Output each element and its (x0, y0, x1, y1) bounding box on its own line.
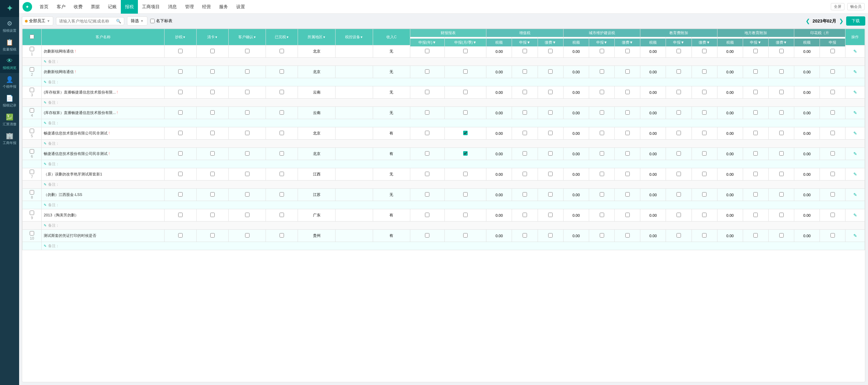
jiaoyu-jiaof-cb-2[interactable] (702, 69, 707, 74)
caiwu-year-cb-8[interactable] (425, 192, 429, 197)
row-checkbox-8[interactable] (30, 190, 34, 195)
zengjia-shenb-cb-9[interactable] (523, 213, 527, 217)
zengjia-jiaof-cell[interactable] (538, 189, 563, 201)
difang-shenb-cb-5[interactable] (753, 131, 758, 135)
caiwu-year-cell[interactable] (410, 189, 445, 201)
difang-jiaof-cell[interactable] (769, 66, 794, 78)
search-input[interactable] (59, 19, 115, 24)
filed-cell[interactable] (266, 189, 298, 201)
chaoshui-cb-8[interactable] (178, 192, 183, 197)
search-box[interactable]: 🔍 (56, 17, 124, 25)
jiaoyu-jiaof-cell[interactable] (692, 168, 717, 181)
yinshua-shenb-cell[interactable] (820, 127, 845, 140)
edit-icon-10[interactable]: ✎ (853, 233, 857, 238)
confirm-cell[interactable] (228, 189, 266, 201)
jiaoyu-shenb-cb-2[interactable] (677, 69, 681, 74)
chaoshui-cell[interactable] (165, 189, 197, 201)
caiwu-month-cb-10[interactable] (463, 233, 468, 238)
zengjia-jiaof-cb-7[interactable] (548, 172, 553, 176)
caiwu-year-cell[interactable] (410, 209, 445, 222)
chaoshui-cell[interactable] (165, 148, 197, 160)
difang-jiaof-cb-2[interactable] (779, 69, 784, 74)
zengjia-jiaof-cell[interactable] (538, 86, 563, 99)
jiaoyu-jiaof-cb-10[interactable] (702, 233, 707, 238)
chengshi-jiaof-cb-7[interactable] (625, 172, 630, 176)
caiwu-month-cell[interactable] (444, 168, 486, 181)
next-month-button[interactable]: ❯ (839, 18, 843, 24)
confirm-cb-10[interactable] (245, 233, 250, 238)
jiaoyu-shenb-cb-5[interactable] (677, 131, 681, 135)
confirm-cb-7[interactable] (245, 172, 250, 176)
qingka-cb-3[interactable] (210, 90, 215, 94)
qingka-cb-2[interactable] (210, 69, 215, 74)
filed-cb-1[interactable] (280, 49, 284, 53)
chengshi-shenb-cell[interactable] (589, 209, 614, 222)
confirm-cell[interactable] (228, 66, 266, 78)
nav-settings[interactable]: 设置 (232, 0, 249, 14)
edit-icon-5[interactable]: ✎ (853, 131, 857, 136)
caiwu-year-cb-2[interactable] (425, 69, 429, 74)
chaoshui-cb-1[interactable] (178, 49, 183, 53)
confirm-cell[interactable] (228, 168, 266, 181)
confirm-cb-2[interactable] (245, 69, 250, 74)
caiwu-month-cb-6[interactable] (463, 151, 468, 156)
filed-cell[interactable] (266, 148, 298, 160)
jiaoyu-jiaof-cb-3[interactable] (702, 90, 707, 94)
difang-shenb-cell[interactable] (743, 66, 768, 78)
qingka-cb-6[interactable] (210, 151, 215, 156)
note-pencil-icon-7[interactable]: ✎ (44, 183, 46, 186)
chengshi-jiaof-cb-6[interactable] (625, 151, 630, 156)
filed-cell[interactable] (266, 209, 298, 222)
chengshi-shenb-cell[interactable] (589, 86, 614, 99)
filed-cb-6[interactable] (280, 151, 284, 156)
yinshua-shenb-cell[interactable] (820, 230, 845, 242)
mingxia-checkbox[interactable] (150, 19, 155, 23)
nav-tax[interactable]: 报税 (121, 0, 138, 14)
nav-billing[interactable]: 收费 (70, 0, 87, 14)
note-pencil-icon-6[interactable]: ✎ (44, 162, 46, 166)
chengshi-shenb-cb-4[interactable] (600, 110, 604, 115)
filter-button[interactable]: 筛选 ▼ (127, 16, 147, 26)
difang-shenb-cb-3[interactable] (753, 90, 758, 94)
note-pencil-icon-8[interactable]: ✎ (44, 203, 46, 207)
yinshua-shenb-cell[interactable] (820, 189, 845, 201)
nav-bookkeeping[interactable]: 记账 (104, 0, 121, 14)
difang-jiaof-cb-6[interactable] (779, 151, 784, 156)
caiwu-month-cb-8[interactable] (463, 192, 468, 197)
chengshi-jiaof-cb-4[interactable] (625, 110, 630, 115)
zengjia-jiaof-cell[interactable] (538, 127, 563, 140)
op-cell[interactable]: ✎ (845, 127, 865, 140)
mingxia-checkbox-label[interactable]: 名下标表 (150, 18, 172, 24)
jiaoyu-shenb-cb-9[interactable] (677, 213, 681, 217)
edit-icon-3[interactable]: ✎ (853, 90, 857, 95)
select-all-checkbox[interactable] (30, 34, 34, 39)
yinshua-shenb-cb-1[interactable] (830, 49, 835, 53)
chengshi-jiaof-cb-8[interactable] (625, 192, 630, 197)
yinshua-shenb-cell[interactable] (820, 45, 845, 58)
chengshi-jiaof-cb-3[interactable] (625, 90, 630, 94)
yinshua-shenb-cell[interactable] (820, 86, 845, 99)
chengshi-shenb-cb-7[interactable] (600, 172, 604, 176)
zengjia-shenb-cb-10[interactable] (523, 233, 527, 238)
chengshi-jiaof-cb-2[interactable] (625, 69, 630, 74)
caiwu-year-cell[interactable] (410, 127, 445, 140)
difang-jiaof-cell[interactable] (769, 86, 794, 99)
chaoshui-cb-10[interactable] (178, 233, 183, 238)
caiwu-year-cb-4[interactable] (425, 110, 429, 115)
op-cell[interactable]: ✎ (845, 66, 865, 78)
qingka-cb-5[interactable] (210, 131, 215, 135)
chaoshui-cell[interactable] (165, 168, 197, 181)
jiaoyu-jiaof-cb-5[interactable] (702, 131, 707, 135)
chengshi-jiaof-cell[interactable] (615, 66, 640, 78)
difang-jiaof-cell[interactable] (769, 230, 794, 242)
yinshua-shenb-cb-9[interactable] (830, 213, 835, 217)
jiaoyu-shenb-cell[interactable] (666, 66, 692, 78)
chengshi-shenb-cell[interactable] (589, 66, 614, 78)
caiwu-month-cell[interactable] (444, 209, 486, 222)
chaoshui-cell[interactable] (165, 127, 197, 140)
zengjia-shenb-cell[interactable] (512, 168, 538, 181)
caiwu-year-cell[interactable] (410, 107, 445, 119)
filed-cb-8[interactable] (280, 192, 284, 197)
yinshua-shenb-cb-7[interactable] (830, 172, 835, 176)
op-cell[interactable]: ✎ (845, 209, 865, 222)
